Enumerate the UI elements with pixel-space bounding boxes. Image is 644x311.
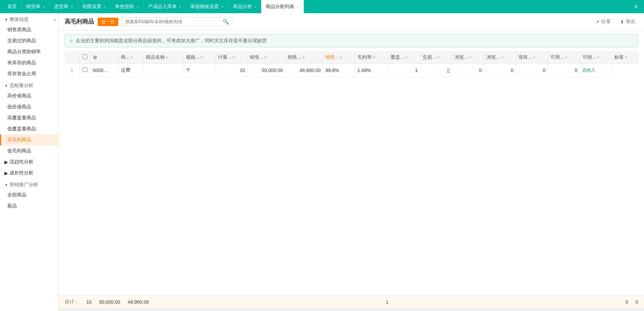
close-analysis-tab[interactable]: ×	[254, 4, 256, 9]
sidebar-group-overview[interactable]: ▼ 整体信息	[0, 13, 58, 24]
cell-browse2: 0	[452, 64, 484, 77]
sidebar-item-low-margin[interactable]: 低毛利商品	[0, 145, 58, 156]
cell-unit: 个	[184, 64, 216, 77]
cell-stock2: 0	[516, 64, 548, 77]
sidebar-item-new-goods[interactable]: 新品	[0, 200, 58, 211]
cell-code: 0000...	[90, 64, 119, 77]
nav-tab-template[interactable]: 单据模板设置 ×	[186, 0, 228, 13]
col-settings[interactable]: ⚙	[90, 51, 119, 64]
col-browse2[interactable]: 浏览...⇅	[484, 51, 516, 64]
horizontal-scrollbar[interactable]	[59, 308, 644, 311]
nav-tab-analysis-list[interactable]: 商品分析列表 ×	[261, 0, 303, 13]
nav-tab-analysis[interactable]: 商品分析 ×	[229, 0, 261, 13]
sidebar-item-low-value[interactable]: 低价值商品	[0, 101, 58, 112]
info-banner: ✧ 企业的主要的利润都是这部分商品创造的，可考虑加大推广，同时关注库存是不要出现…	[65, 34, 638, 47]
sidebar-group-trend[interactable]: ▶ 流趋性分析	[0, 156, 58, 167]
col-tag[interactable]: 标签⇅	[612, 51, 638, 64]
sidebar-group-marketing[interactable]: ▼ 营销推广分析	[0, 178, 58, 189]
cell-rownum: 1	[65, 64, 79, 77]
group-arrow-growth: ▶	[4, 170, 8, 176]
sidebar-item-all-goods[interactable]: 全部商品	[0, 189, 58, 200]
sidebar-item-traded-goods[interactable]: 交易过的商品	[0, 35, 58, 46]
footer-sales2: 50,000.00	[99, 299, 120, 305]
group-arrow-contribution: ▼	[4, 84, 8, 88]
page-title: 高毛利商品	[65, 18, 94, 26]
cell-sales2: 50,000.00	[248, 64, 285, 77]
col-trade[interactable]: 交易...⇅	[420, 51, 452, 64]
col-unit[interactable]: 计量...⇅	[216, 51, 248, 64]
col-stock3[interactable]: 可销...⇅	[580, 51, 612, 64]
col-gross-rate[interactable]: 毛利率⇅	[355, 51, 388, 64]
col-code[interactable]: 商...⇅	[119, 51, 144, 64]
content-panel: 高毛利商品 近一月 🔍 ↗ 分享 ⬇ 导出 ✧ 企业的主要的利润都是这部分商品创…	[59, 13, 644, 311]
cell-browse1[interactable]: 0	[420, 64, 452, 77]
col-sales1[interactable]: 销售...⇅	[248, 51, 285, 64]
sidebar-collapse-button[interactable]: «	[54, 16, 56, 23]
cell-checkbox[interactable]	[79, 64, 90, 77]
close-template-tab[interactable]: ×	[221, 4, 223, 9]
close-analysis-list-tab[interactable]: ×	[296, 4, 299, 9]
col-browse1[interactable]: 浏览...⇅	[452, 51, 484, 64]
content-header: 高毛利商品 近一月 🔍 ↗ 分享 ⬇ 导出	[59, 13, 644, 30]
data-table: ⚙ 商...⇅ 商品名称⇅ 规格...⇅ 计量...⇅ 销售...⇅ 销售...…	[65, 51, 638, 77]
sidebar-item-high-margin[interactable]: 高毛利商品	[0, 134, 58, 145]
cell-sales3: 49,900.00	[285, 64, 323, 77]
sidebar-item-stock-capital[interactable]: 库存资金占用	[0, 68, 58, 79]
sidebar-item-high-value[interactable]: 高价值商品	[0, 90, 58, 101]
footer-stock2: 0	[636, 299, 638, 305]
sidebar: « ▼ 整体信息 销售类商品 交易过的商品 商品分类助销率 有库存的商品 库存资…	[0, 13, 59, 311]
nav-tab-sales[interactable]: 销货单 ×	[22, 0, 50, 13]
table-wrapper: ⚙ 商...⇅ 商品名称⇅ 规格...⇅ 计量...⇅ 销售...⇅ 销售...…	[59, 51, 644, 295]
sidebar-group-contribution[interactable]: ▼ 贡献量分析	[0, 79, 58, 90]
row-checkbox[interactable]	[83, 67, 87, 72]
group-arrow-trend: ▶	[4, 159, 8, 165]
close-inventory-tab[interactable]: ×	[179, 4, 181, 9]
col-sales2[interactable]: 销售...⇅	[285, 51, 323, 64]
col-spec[interactable]: 规格...⇅	[184, 51, 216, 64]
nav-tab-home[interactable]: 首页	[3, 0, 22, 13]
cell-stock3: 0	[548, 64, 580, 77]
cell-tag: 高收入	[580, 64, 612, 77]
nav-tab-purchase[interactable]: 进货单 ×	[50, 0, 78, 13]
main-area: « ▼ 整体信息 销售类商品 交易过的商品 商品分类助销率 有库存的商品 库存资…	[0, 13, 644, 311]
close-role-tab[interactable]: ×	[136, 4, 138, 9]
cell-coverage: 1.49%	[355, 64, 388, 77]
footer-stock1: 0	[626, 299, 628, 305]
nav-tab-inventory[interactable]: 产成品入库单 ×	[144, 0, 186, 13]
filter-period-button[interactable]: 近一月	[98, 18, 118, 26]
share-icon: ↗	[596, 19, 600, 25]
footer-sales1: 10	[86, 299, 91, 305]
close-sales-tab[interactable]: ×	[43, 4, 45, 9]
col-stock2[interactable]: 可用...⇅	[548, 51, 580, 64]
sidebar-item-in-stock[interactable]: 有库存的商品	[0, 57, 58, 68]
settings-icon: ⚙	[93, 55, 97, 60]
nav-tab-permission[interactable]: 权限设置 ×	[78, 0, 111, 13]
share-button[interactable]: ↗ 分享	[593, 17, 614, 26]
export-button[interactable]: ⬇ 导出	[617, 17, 638, 26]
close-purchase-tab[interactable]: ×	[71, 4, 73, 9]
info-icon: ✧	[69, 38, 73, 44]
footer-sales3: 49,900.00	[127, 299, 149, 305]
search-input[interactable]	[125, 19, 223, 24]
close-permission-tab[interactable]: ×	[104, 4, 106, 9]
col-name[interactable]: 商品名称⇅	[144, 51, 184, 64]
cell-stock1: 0	[484, 64, 516, 77]
cell-name: 运费	[119, 64, 144, 77]
sidebar-group-growth[interactable]: ▶ 成长性分析	[0, 167, 58, 178]
search-box: 🔍	[122, 17, 232, 26]
window-close-button[interactable]: ×	[631, 3, 641, 11]
sidebar-item-category-sales-rate[interactable]: 商品分类助销率	[0, 46, 58, 57]
search-icon[interactable]: 🔍	[223, 19, 229, 25]
col-stock1[interactable]: 现有...⇅	[516, 51, 548, 64]
cell-trade: 1	[388, 64, 420, 77]
col-coverage[interactable]: 覆盖...⇅	[388, 51, 420, 64]
select-all-checkbox[interactable]	[83, 54, 87, 59]
sidebar-item-low-coverage[interactable]: 低覆盖量商品	[0, 123, 58, 134]
sidebar-item-sales-goods[interactable]: 销售类商品	[0, 24, 58, 35]
cell-gross-rate: 99.8%	[323, 64, 355, 77]
nav-tab-role[interactable]: 角色授权 ×	[111, 0, 143, 13]
footer-totals: 合计： 10 50,000.00 49,900.00 1 0 0	[59, 295, 644, 308]
sidebar-item-high-coverage[interactable]: 高覆盖量商品	[0, 112, 58, 123]
col-sales3[interactable]: 销售...⇅	[323, 51, 355, 64]
col-checkbox[interactable]	[79, 51, 90, 64]
